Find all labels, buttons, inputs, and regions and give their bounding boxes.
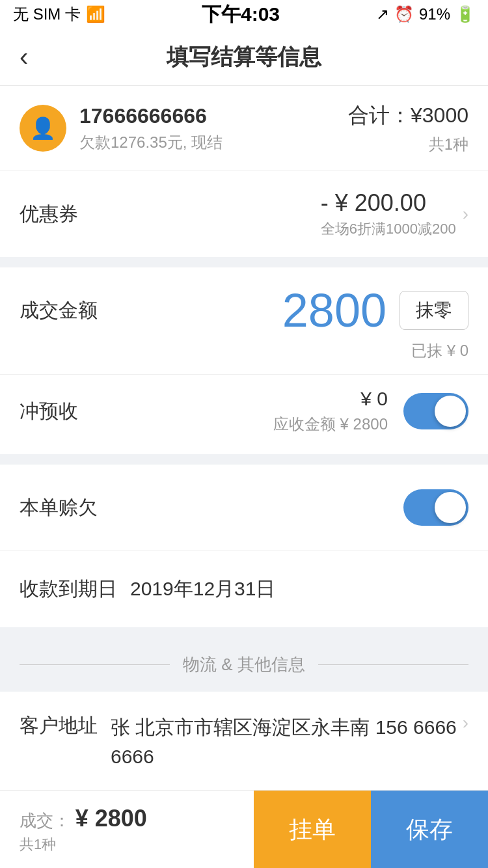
alarm-icon: ⏰	[394, 5, 414, 23]
status-bar: 无 SIM 卡 📶 下午4:03 ↗ ⏰ 91% 🔋	[0, 0, 488, 29]
nav-bar: ‹ 填写结算等信息	[0, 29, 488, 86]
footer-count: 共1种	[20, 835, 234, 854]
save-button[interactable]: 保存	[371, 791, 488, 868]
divider-line-right	[318, 664, 468, 665]
total-count: 共1种	[348, 134, 468, 155]
chevron-right-icon: ›	[463, 204, 468, 224]
receivable-section: 本单赊欠 收款到期日 2019年12月31日	[0, 465, 488, 627]
receivable-row: 本单赊欠	[0, 465, 488, 550]
divider-line-left	[20, 664, 170, 665]
customer-info: 17666666666 欠款1276.35元, 现结	[79, 104, 223, 153]
deal-amount-label: 成交金额	[20, 297, 98, 324]
back-button[interactable]: ‹	[20, 42, 28, 72]
receivable-toggle[interactable]	[403, 489, 468, 526]
prepay-row: 冲预收 ¥ 0 应收金额 ¥ 2800	[0, 374, 488, 454]
sim-status: 无 SIM 卡	[13, 4, 81, 25]
battery-icon: 🔋	[455, 5, 475, 23]
duedate-row: 收款到期日 2019年12月31日	[0, 550, 488, 627]
address-label: 客户地址	[20, 712, 98, 739]
amount-section: 成交金额 2800 抹零 已抹 ¥ 0 冲预收 ¥ 0 应收金额 ¥ 2800	[0, 267, 488, 454]
footer-prefix: 成交：	[20, 811, 70, 830]
duedate-label: 收款到期日	[20, 576, 117, 603]
footer-info: 成交： ¥ 2800 共1种	[0, 791, 254, 868]
coupon-row[interactable]: 优惠券 - ¥ 200.00 全场6折满1000减200 ›	[0, 170, 488, 257]
page-title: 填写结算等信息	[167, 42, 321, 72]
address-section: 客户地址 张 北京市市辖区海淀区永丰南 156 6666 6666 ›	[0, 692, 488, 792]
round-button[interactable]: 抹零	[400, 291, 468, 330]
customer-debt: 欠款1276.35元, 现结	[79, 132, 223, 153]
address-chevron-icon: ›	[463, 712, 468, 733]
footer: 成交： ¥ 2800 共1种 挂单 保存	[0, 790, 488, 868]
total-amount: 合计：¥3000	[348, 102, 468, 130]
status-left: 无 SIM 卡 📶	[13, 4, 105, 25]
wifi-icon: 📶	[86, 5, 105, 23]
customer-row: 👤 17666666666 欠款1276.35元, 现结 合计：¥3000 共1…	[0, 86, 488, 170]
footer-amount: ¥ 2800	[75, 805, 147, 832]
avatar: 👤	[20, 105, 66, 152]
amount-sub: 已抹 ¥ 0	[0, 340, 488, 374]
duedate-value: 2019年12月31日	[130, 576, 275, 603]
deal-amount-value: 2800	[282, 287, 386, 334]
prepay-receivable: 应收金额 ¥ 2800	[273, 414, 388, 435]
status-right: ↗ ⏰ 91% 🔋	[376, 5, 475, 23]
hang-button[interactable]: 挂单	[254, 791, 371, 868]
prepay-label: 冲预收	[20, 398, 78, 425]
toggle-knob	[435, 396, 466, 427]
status-time: 下午4:03	[202, 1, 280, 28]
prepay-toggle[interactable]	[403, 393, 468, 429]
battery-level: 91%	[419, 5, 450, 23]
customer-phone: 17666666666	[79, 104, 223, 128]
amount-row: 成交金额 2800 抹零	[0, 267, 488, 340]
prepay-amount: ¥ 0	[273, 388, 388, 410]
toggle-knob-2	[435, 492, 466, 523]
location-icon: ↗	[376, 5, 389, 23]
divider: 物流 & 其他信息	[0, 638, 488, 692]
customer-section: 👤 17666666666 欠款1276.35元, 现结 合计：¥3000 共1…	[0, 86, 488, 257]
coupon-label: 优惠券	[20, 201, 78, 228]
address-row[interactable]: 客户地址 张 北京市市辖区海淀区永丰南 156 6666 6666 ›	[0, 692, 488, 792]
coupon-desc: 全场6折满1000减200	[321, 219, 456, 239]
receivable-label: 本单赊欠	[20, 495, 98, 521]
avatar-icon: 👤	[30, 116, 56, 141]
customer-total: 合计：¥3000 共1种	[348, 102, 468, 155]
coupon-discount: - ¥ 200.00	[321, 189, 456, 217]
address-value: 张 北京市市辖区海淀区永丰南 156 6666 6666	[111, 712, 463, 771]
divider-text: 物流 & 其他信息	[183, 653, 305, 676]
